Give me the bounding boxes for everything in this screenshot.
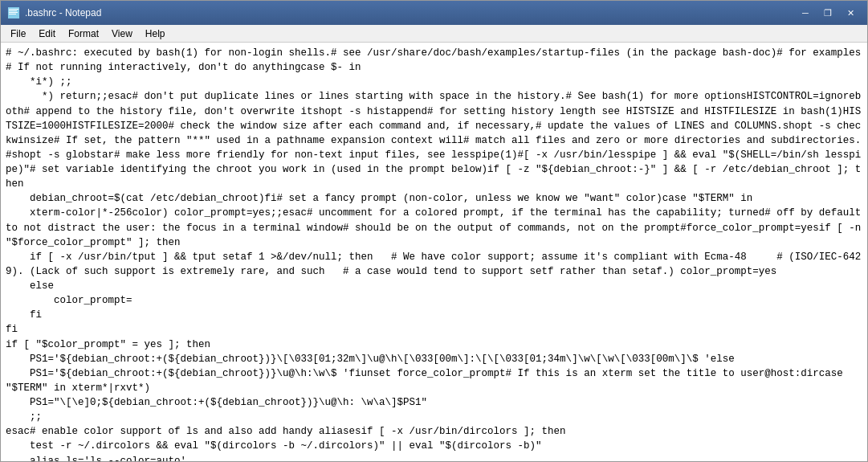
minimize-button[interactable]: ─ <box>795 5 816 21</box>
window-title: .bashrc - Notepad <box>25 7 795 18</box>
app-icon <box>7 6 20 19</box>
menu-edit[interactable]: Edit <box>32 25 62 42</box>
menu-bar: File Edit Format View Help <box>1 25 867 43</box>
editor-content[interactable]: # ~/.bashrc: executed by bash(1) for non… <box>6 46 862 461</box>
menu-help[interactable]: Help <box>139 25 172 42</box>
svg-rect-4 <box>9 14 16 14</box>
restore-button[interactable]: ❐ <box>817 5 838 21</box>
main-window: .bashrc - Notepad ─ ❐ ✕ File Edit Format… <box>0 0 868 462</box>
window-controls: ─ ❐ ✕ <box>795 5 861 21</box>
editor-area[interactable]: # ~/.bashrc: executed by bash(1) for non… <box>1 43 867 461</box>
menu-view[interactable]: View <box>105 25 139 42</box>
svg-rect-1 <box>9 9 18 10</box>
menu-file[interactable]: File <box>4 25 32 42</box>
svg-rect-2 <box>9 10 17 11</box>
menu-format[interactable]: Format <box>62 25 105 42</box>
title-bar: .bashrc - Notepad ─ ❐ ✕ <box>1 1 867 25</box>
close-button[interactable]: ✕ <box>840 5 861 21</box>
svg-rect-3 <box>9 12 18 13</box>
